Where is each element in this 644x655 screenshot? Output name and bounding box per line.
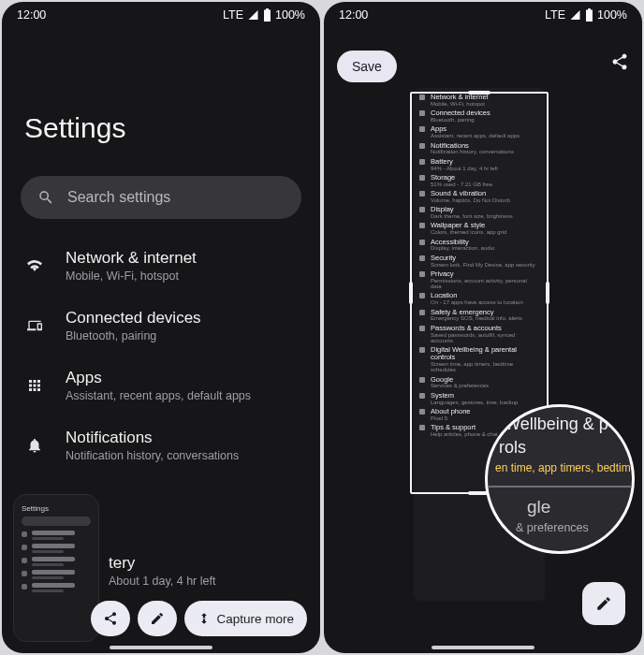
row-notifications[interactable]: NotificationsNotification history, conve… — [2, 415, 320, 475]
mag-sub: & preferences — [516, 521, 589, 534]
page-title: Settings — [24, 112, 320, 144]
edit-fab[interactable] — [582, 582, 625, 625]
status-right: LTE 100% — [545, 8, 627, 22]
mag-line: rols — [499, 438, 526, 458]
apps-icon — [26, 377, 43, 394]
search-placeholder: Search settings — [67, 189, 170, 206]
crop-handle-right[interactable] — [546, 282, 549, 304]
nav-home-indicator — [110, 646, 212, 649]
row-title: Network & internet — [66, 249, 197, 268]
edit-button[interactable] — [138, 601, 177, 636]
crop-handle-top[interactable] — [468, 91, 490, 95]
share-icon — [103, 611, 118, 626]
row-sub: Notification history, conversations — [66, 449, 239, 462]
status-battery: 100% — [275, 8, 305, 22]
search-icon — [37, 189, 54, 206]
row-sub: Assistant, recent apps, default apps — [66, 389, 251, 402]
thumb-title: Settings — [22, 504, 91, 513]
settings-list: Network & internetMobile, Wi-Fi, hotspot… — [2, 236, 320, 475]
status-time: 12:00 — [17, 8, 46, 22]
mag-line: gle — [527, 497, 550, 517]
phone-left-settings: 12:00 LTE 100% Settings Search settings … — [2, 2, 320, 653]
row-apps[interactable]: AppsAssistant, recent apps, default apps — [2, 356, 320, 415]
signal-icon — [569, 9, 581, 21]
pencil-icon — [595, 595, 612, 612]
row-title: Notifications — [66, 429, 239, 447]
pencil-icon — [150, 611, 165, 626]
row-connected-devices[interactable]: Connected devicesBluetooth, pairing — [2, 296, 320, 356]
status-network: LTE — [545, 8, 565, 22]
row-network[interactable]: Network & internetMobile, Wi-Fi, hotspot — [2, 236, 320, 296]
wifi-icon — [25, 258, 44, 273]
devices-icon — [25, 318, 44, 333]
signal-icon — [247, 9, 259, 21]
status-time: 12:00 — [339, 8, 368, 22]
thumb-search — [22, 517, 91, 526]
battery-icon — [263, 8, 271, 22]
row-title: tery — [109, 554, 215, 573]
save-button[interactable]: Save — [337, 51, 397, 82]
screenshot-thumbnail[interactable]: Settings — [13, 494, 99, 642]
share-button[interactable] — [610, 52, 629, 75]
nav-home-indicator — [432, 646, 534, 649]
row-sub: Mobile, Wi-Fi, hotspot — [66, 269, 197, 283]
status-bar: 12:00 LTE 100% — [324, 2, 642, 28]
mag-line: Wellbeing & p — [505, 415, 608, 434]
screenshot-actions: Capture more — [91, 601, 307, 636]
phone-right-crop: 12:00 LTE 100% Save Network & internetMo… — [324, 2, 642, 653]
capture-more-button[interactable]: Capture more — [184, 601, 307, 636]
share-button[interactable] — [91, 601, 130, 636]
share-icon — [610, 52, 629, 71]
row-title: Apps — [66, 369, 251, 387]
row-sub: Bluetooth, pairing — [66, 329, 201, 342]
bell-icon — [26, 436, 43, 455]
crop-handle-left[interactable] — [409, 282, 413, 304]
status-bar: 12:00 LTE 100% — [2, 2, 320, 28]
status-network: LTE — [223, 8, 243, 22]
status-right: LTE 100% — [223, 8, 305, 22]
status-battery: 100% — [597, 8, 627, 22]
search-settings[interactable]: Search settings — [21, 176, 301, 219]
mag-divider — [488, 486, 632, 488]
save-label: Save — [352, 59, 382, 74]
row-sub: About 1 day, 4 hr left — [109, 575, 215, 588]
mag-sub: en time, app timers, bedtim — [495, 461, 631, 474]
row-title: Connected devices — [66, 309, 201, 328]
capture-more-label: Capture more — [216, 612, 294, 626]
magnifier-lens: Wellbeing & p rols en time, app timers, … — [485, 404, 635, 554]
battery-icon — [585, 8, 593, 22]
expand-icon — [198, 611, 211, 626]
